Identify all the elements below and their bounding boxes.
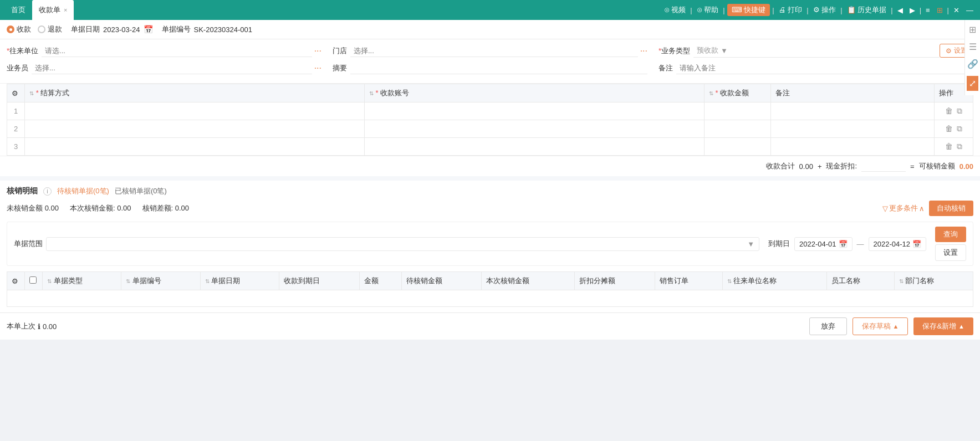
row3-delete-icon[interactable]: 🗑: [945, 142, 953, 151]
sub-th-gear[interactable]: ⚙: [7, 272, 25, 290]
range-select[interactable]: ▼: [46, 237, 759, 251]
nav-home[interactable]: 首页: [4, 5, 32, 15]
sort-date[interactable]: ⇅: [205, 278, 210, 284]
staff-more-icon[interactable]: ···: [314, 64, 321, 73]
store-more-icon[interactable]: ···: [640, 47, 647, 55]
counterpart-more-icon[interactable]: ···: [314, 47, 321, 55]
form-row-2: 业务员 ··· 摘要 备注: [7, 62, 973, 74]
row2-account[interactable]: [364, 120, 704, 138]
nav-operation-link[interactable]: ⚙ 操作: [811, 4, 839, 16]
sub-th-checkbox[interactable]: [25, 272, 43, 290]
nav-help-link[interactable]: ⊙ 帮助: [695, 4, 721, 16]
counterpart-input[interactable]: [42, 45, 312, 57]
filter-icon: ▽: [882, 204, 888, 213]
store-input[interactable]: [350, 45, 638, 57]
summary-input[interactable]: [350, 62, 647, 74]
remark-field: 备注: [659, 62, 973, 74]
row1-delete-icon[interactable]: 🗑: [945, 106, 953, 115]
sub-th-staff: 员工名称: [826, 272, 894, 290]
row3-amount[interactable]: [704, 138, 770, 156]
hexiao-info-icon[interactable]: i: [43, 187, 52, 196]
filter-settings-button[interactable]: 设置: [935, 244, 966, 261]
date-dash: —: [857, 240, 864, 248]
date-field-group: 单据日期 2023-03-24 📅: [71, 24, 153, 34]
sidebar-table-icon[interactable]: ⊞: [969, 24, 976, 35]
nav-prev-icon[interactable]: ◀: [895, 5, 905, 16]
date-from-field[interactable]: 2022-04-01 📅: [794, 237, 853, 251]
row1-copy-icon[interactable]: ⧉: [957, 106, 962, 115]
tab-done[interactable]: 已核销单据(0笔): [115, 186, 167, 196]
sort-account[interactable]: ⇅: [369, 90, 374, 96]
business-type-select[interactable]: 预收款 ▼: [693, 44, 940, 58]
nav-video-link[interactable]: ⊙ 视频: [662, 4, 688, 16]
collection-total-label: 收款合计: [766, 161, 795, 171]
unchecked-value: 0.00: [45, 204, 59, 212]
sub-gear-icon[interactable]: ⚙: [12, 277, 18, 285]
calendar-icon[interactable]: 📅: [144, 25, 153, 34]
row-num-3: 3: [7, 138, 25, 156]
save-arrow-icon[interactable]: ▲: [958, 323, 964, 330]
row3-remark[interactable]: [770, 138, 934, 156]
cash-discount-input[interactable]: [861, 161, 906, 172]
draft-button[interactable]: 保存草稿 ▲: [853, 317, 908, 335]
nav-minimize-icon[interactable]: —: [964, 5, 976, 16]
nav-tab-collection[interactable]: 收款单 ×: [32, 0, 74, 20]
more-conditions-btn[interactable]: ▽ 更多条件 ∧: [882, 203, 925, 213]
remark-input[interactable]: [676, 62, 973, 74]
date-value[interactable]: 2023-03-24: [103, 25, 140, 34]
sidebar-list-icon[interactable]: ☰: [969, 42, 977, 52]
sidebar-link-icon[interactable]: 🔗: [967, 59, 978, 69]
sort-amount[interactable]: ⇅: [709, 90, 713, 96]
nav-list-icon[interactable]: ≡: [923, 5, 932, 16]
radio-collection[interactable]: 收款: [7, 24, 31, 34]
radio-refund[interactable]: 退款: [38, 24, 62, 34]
sort-settlement[interactable]: ⇅: [29, 90, 34, 96]
row3-account[interactable]: [364, 138, 704, 156]
row1-account[interactable]: [364, 102, 704, 120]
main-wrapper: 收款 退款 单据日期 2023-03-24 📅 单据编号 SK-20230324…: [0, 20, 980, 340]
order-field-group: 单据编号 SK-20230324-001: [162, 24, 253, 34]
table-gear-icon[interactable]: ⚙: [12, 89, 18, 98]
nav-close-window[interactable]: ✕: [951, 5, 962, 16]
date-from-cal-icon[interactable]: 📅: [839, 240, 848, 248]
row1-settlement[interactable]: [25, 102, 365, 120]
equals-label: =: [910, 162, 915, 171]
staff-input[interactable]: [32, 62, 312, 74]
date-to-cal-icon[interactable]: 📅: [912, 240, 921, 248]
row2-remark[interactable]: [770, 120, 934, 138]
nav-history-link[interactable]: 📋 历史单据: [845, 4, 889, 16]
row2-amount[interactable]: [704, 120, 770, 138]
select-all-checkbox[interactable]: [29, 276, 37, 284]
sort-order-num[interactable]: ⇅: [126, 278, 130, 284]
footer-info-icon[interactable]: ℹ: [38, 322, 40, 331]
table-row: 3 🗑 ⧉: [7, 138, 973, 156]
save-button[interactable]: 保存&新增 ▲: [913, 317, 973, 335]
th-remark: 备注: [770, 84, 934, 102]
row2-settlement[interactable]: [25, 120, 365, 138]
date-to-field[interactable]: 2022-04-12 📅: [869, 237, 927, 251]
row2-delete-icon[interactable]: 🗑: [945, 124, 953, 133]
auto-hexiao-button[interactable]: 自动核销: [929, 201, 973, 216]
nav-tab-close[interactable]: ×: [64, 7, 67, 13]
query-button[interactable]: 查询: [935, 227, 966, 242]
th-gear[interactable]: ⚙: [7, 84, 25, 102]
sort-counterpart[interactable]: ⇅: [727, 278, 732, 284]
sort-dept[interactable]: ⇅: [899, 278, 904, 284]
tab-pending[interactable]: 待核销单据(0笔): [57, 186, 109, 196]
nav-grid-icon[interactable]: ⊞: [935, 5, 945, 16]
sidebar-expand-icon[interactable]: ⤢: [967, 76, 978, 91]
nav-next-icon[interactable]: ▶: [907, 5, 917, 16]
nav-print-link[interactable]: 🖨 打印: [777, 4, 805, 16]
row1-remark[interactable]: [770, 102, 934, 120]
abandon-button[interactable]: 放弃: [809, 317, 847, 335]
nav-shortcut-link[interactable]: ⌨ 快捷键: [727, 4, 770, 16]
sort-type[interactable]: ⇅: [47, 278, 52, 284]
row2-copy-icon[interactable]: ⧉: [957, 124, 962, 133]
row3-settlement[interactable]: [25, 138, 365, 156]
footer-value: 0.00: [43, 322, 57, 331]
diff-label: 核销差额: 0.00: [142, 203, 190, 213]
row3-copy-icon[interactable]: ⧉: [957, 142, 962, 151]
draft-arrow-icon[interactable]: ▲: [893, 323, 899, 330]
row1-amount[interactable]: [704, 102, 770, 120]
order-value[interactable]: SK-20230324-001: [194, 25, 253, 34]
